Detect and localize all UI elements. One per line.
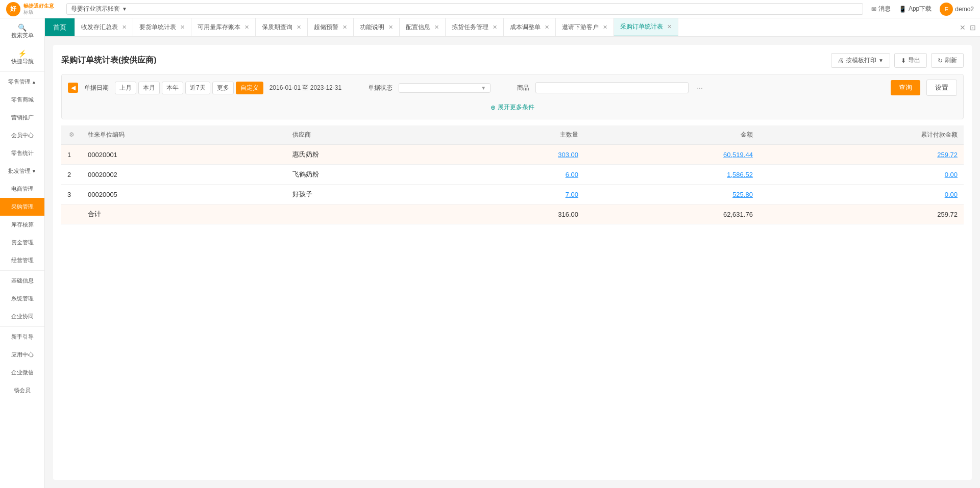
tab-keyongliang[interactable]: 可用量库存账本 ✕ xyxy=(191,18,256,37)
topbar-right: ✉ 消息 📱 App下载 E demo2 xyxy=(871,3,974,16)
tab-close-1[interactable]: ✕ xyxy=(122,24,127,31)
workspace-selector[interactable]: 母婴行业演示账套 ▼ xyxy=(66,3,863,15)
footer-paid: 259.72 xyxy=(759,204,964,224)
sidebar-item-retail-stat[interactable]: 零售统计 xyxy=(0,144,44,162)
sidebar-item-marketing[interactable]: 营销推广 xyxy=(0,109,44,126)
tab-baozhi[interactable]: 保质期查询 ✕ xyxy=(256,18,308,37)
tab-gongneng[interactable]: 功能说明 ✕ xyxy=(354,18,400,37)
goods-ellipsis[interactable]: ··· xyxy=(695,84,705,92)
refresh-button[interactable]: ↻ 刷新 xyxy=(931,53,964,68)
cell-index-2: 2 xyxy=(61,165,82,185)
message-button[interactable]: ✉ 消息 xyxy=(871,5,891,13)
logo-text: 畅捷通好生意 标版 xyxy=(23,3,54,15)
sidebar-item-search[interactable]: 🔍 搜索英单 xyxy=(0,18,44,44)
amount-link-2[interactable]: 1,586.52 xyxy=(727,171,753,178)
sidebar-item-ecommerce[interactable]: 电商管理 xyxy=(0,180,44,198)
sidebar-item-wholesale[interactable]: 批发管理 ▼ xyxy=(0,162,44,180)
tab-close-6[interactable]: ✕ xyxy=(388,24,393,31)
topbar: 好 畅捷通好生意 标版 母婴行业演示账套 ▼ ✉ 消息 📱 App下载 E de… xyxy=(0,0,980,18)
sidebar-item-collab[interactable]: 企业协同 xyxy=(0,307,44,325)
sidebar-item-retail[interactable]: 零售管理 ▲ xyxy=(0,73,44,91)
close-window-icon[interactable]: ✕ xyxy=(960,23,966,32)
main-layout: 🔍 搜索英单 ⚡ 快捷导航 零售管理 ▲ 零售商城 营销推广 会员中心 零售统计 xyxy=(0,18,980,488)
sidebar-item-basic[interactable]: 基础信息 xyxy=(0,272,44,290)
tab-yaoqing[interactable]: 邀请下游客户 ✕ xyxy=(556,18,614,37)
query-button[interactable]: 查询 xyxy=(891,80,920,95)
tab-home[interactable]: 首页 xyxy=(45,18,75,37)
workspace-label: 母婴行业演示账套 xyxy=(71,5,120,13)
cell-qty-1: 303.00 xyxy=(449,145,584,165)
sidebar-item-retail-shop[interactable]: 零售商城 xyxy=(0,91,44,109)
date-btn-more[interactable]: 更多 xyxy=(212,82,234,94)
settings-button[interactable]: 设置 xyxy=(926,80,957,96)
date-btn-this-year[interactable]: 本年 xyxy=(162,82,183,94)
settings-icon[interactable]: ⚙ xyxy=(67,131,76,139)
tab-close-8[interactable]: ✕ xyxy=(493,24,497,31)
tab-close-7[interactable]: ✕ xyxy=(434,24,439,31)
expand-conditions-button[interactable]: ⊕ 展开更多条件 xyxy=(486,101,538,114)
sidebar-item-appcenter[interactable]: 应用中心 xyxy=(0,346,44,364)
tab-peizhi[interactable]: 配置信息 ✕ xyxy=(400,18,446,37)
sidebar-item-purchase[interactable]: 采购管理 xyxy=(0,198,44,216)
export-button[interactable]: ⬇ 导出 xyxy=(894,53,927,68)
tab-close-2[interactable]: ✕ xyxy=(180,24,185,31)
goods-input[interactable] xyxy=(535,82,689,93)
collapse-arrow[interactable]: ◀ xyxy=(68,83,78,93)
sidebar-item-finance[interactable]: 资金管理 xyxy=(0,234,44,251)
sidebar-item-operation[interactable]: 经营管理 xyxy=(0,251,44,269)
sidebar-item-inventory[interactable]: 库存核算 xyxy=(0,216,44,234)
cell-code-3: 00020005 xyxy=(82,185,286,204)
tab-close-10[interactable]: ✕ xyxy=(603,24,607,31)
page-header: 采购订单统计表(按供应商) 🖨 按模板打印 ▼ ⬇ 导出 ↻ xyxy=(61,53,964,68)
sidebar-item-member[interactable]: 会员中心 xyxy=(0,126,44,144)
refresh-icon: ↻ xyxy=(938,57,943,64)
tab-chengben[interactable]: 成本调整单 ✕ xyxy=(504,18,556,37)
date-btn-custom[interactable]: 自定义 xyxy=(236,82,263,94)
date-btn-last-month[interactable]: 上月 xyxy=(115,82,136,94)
tab-purchase-stat[interactable]: 采购订单统计表 ✕ xyxy=(614,18,678,37)
tab-close-4[interactable]: ✕ xyxy=(297,24,301,31)
tab-yaohuo[interactable]: 要货单统计表 ✕ xyxy=(133,18,191,37)
status-select[interactable]: ▼ xyxy=(399,83,491,93)
paid-link-1[interactable]: 259.72 xyxy=(937,151,958,159)
amount-link-3[interactable]: 525.80 xyxy=(732,191,753,198)
date-btn-7days[interactable]: 近7天 xyxy=(185,82,210,94)
tab-close-3[interactable]: ✕ xyxy=(244,24,249,31)
username-label: demo2 xyxy=(955,6,974,13)
app-download-button[interactable]: 📱 App下载 xyxy=(899,5,932,13)
maximize-icon[interactable]: ⊡ xyxy=(970,23,976,32)
date-btn-this-month[interactable]: 本月 xyxy=(138,82,160,94)
chevron-down-icon: ▼ xyxy=(122,6,127,12)
sidebar-item-newguide[interactable]: 新手引导 xyxy=(0,328,44,346)
paid-link-3[interactable]: 0.00 xyxy=(945,191,958,198)
print-button[interactable]: 🖨 按模板打印 ▼ xyxy=(831,53,890,68)
table-row: 2 00020002 飞鹤奶粉 6.00 1,586.52 0.00 xyxy=(61,165,964,185)
search-icon: 🔍 xyxy=(0,23,44,32)
filter-area: ◀ 单据日期 上月 本月 本年 近7天 更多 自定义 2016-01-01 至 … xyxy=(61,74,964,119)
sidebar-item-vip[interactable]: 畅会员 xyxy=(0,381,44,399)
cell-index-3: 3 xyxy=(61,185,82,204)
qty-link-1[interactable]: 303.00 xyxy=(558,151,578,159)
user-profile[interactable]: E demo2 xyxy=(940,3,974,16)
table-footer: 合计 316.00 62,631.76 259.72 xyxy=(61,204,964,224)
sidebar-item-wechat[interactable]: 企业微信 xyxy=(0,364,44,381)
filter-row-1: ◀ 单据日期 上月 本月 本年 近7天 更多 自定义 2016-01-01 至 … xyxy=(68,80,957,96)
qty-link-2[interactable]: 6.00 xyxy=(566,171,578,178)
tab-shoufacun[interactable]: 收发存汇总表 ✕ xyxy=(75,18,133,37)
qty-link-3[interactable]: 7.00 xyxy=(566,191,578,198)
sidebar-item-system[interactable]: 系统管理 xyxy=(0,290,44,307)
paid-link-2[interactable]: 0.00 xyxy=(945,171,958,178)
tab-close-5[interactable]: ✕ xyxy=(342,24,347,31)
tab-jianhuo[interactable]: 拣货任务管理 ✕ xyxy=(446,18,504,37)
content-area: 首页 收发存汇总表 ✕ 要货单统计表 ✕ 可用量库存账本 ✕ 保质期查询 ✕ 超… xyxy=(45,18,980,488)
cell-amount-3: 525.80 xyxy=(584,185,759,204)
tab-close-11[interactable]: ✕ xyxy=(667,23,672,30)
cell-qty-2: 6.00 xyxy=(449,165,584,185)
sidebar-divider xyxy=(0,71,44,72)
tab-chaochuyujing[interactable]: 超储预警 ✕ xyxy=(308,18,354,37)
sidebar-item-quicknav[interactable]: ⚡ 快捷导航 xyxy=(0,44,44,70)
message-icon: ✉ xyxy=(871,6,876,13)
amount-link-1[interactable]: 60,519.44 xyxy=(723,151,753,159)
tab-close-9[interactable]: ✕ xyxy=(545,24,549,31)
quicknav-icon: ⚡ xyxy=(0,49,44,58)
